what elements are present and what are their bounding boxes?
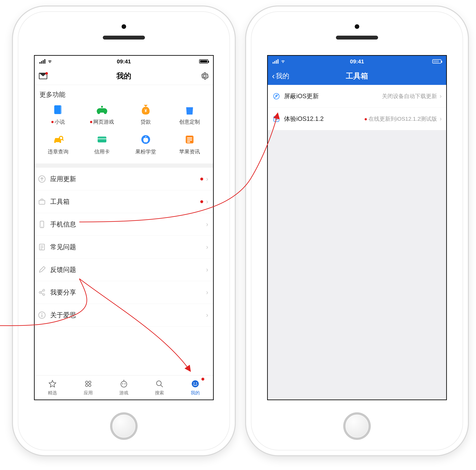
list-item-label: 反馈问题 [50, 265, 206, 274]
search-icon [155, 379, 164, 389]
tool-row[interactable]: 屏蔽iOS更新 关闭设备自动下载更新 › [268, 85, 446, 108]
status-time: 09:41 [117, 58, 131, 65]
svg-point-37 [123, 380, 124, 380]
tab-label: 游戏 [119, 390, 128, 396]
svg-point-21 [39, 291, 41, 293]
red-dot-icon [200, 200, 203, 203]
chevron-right-icon: › [440, 93, 442, 100]
page-title: 工具箱 [346, 71, 368, 81]
chevron-right-icon: › [206, 198, 208, 205]
svg-rect-1 [61, 105, 62, 114]
back-button[interactable]: ‹ 我的 [272, 72, 289, 81]
red-dot-icon [365, 118, 367, 120]
phone-mockup-right: 09:41 ‹ 我的 工具箱 屏蔽iOS更新 关闭设备自动下载更新 › 12 体… [246, 6, 468, 455]
section-divider [35, 163, 213, 168]
red-dot-icon [51, 121, 54, 123]
tab-smile[interactable]: 我的 [177, 375, 213, 399]
tab-robot[interactable]: 游戏 [106, 375, 142, 399]
credit-card-icon [96, 134, 108, 145]
tool-row-desc: 在线更新到iOS12.1.2测试版 [365, 115, 437, 123]
battery-icon [199, 59, 208, 64]
tool-row-label: 体验iOS12.1.2 [284, 115, 324, 123]
star-icon [48, 379, 57, 389]
ios12-badge-icon: 12 [272, 115, 280, 123]
tab-bar: 精选 应用 游戏 搜索 我的 [35, 375, 213, 399]
red-dot-icon [200, 178, 203, 181]
chevron-right-icon: › [206, 289, 208, 296]
feature-car-search[interactable]: 违章查询 [36, 134, 80, 155]
feature-label: 网页游戏 [93, 118, 114, 126]
svg-point-35 [124, 383, 125, 384]
home-button[interactable] [110, 412, 138, 440]
wifi-icon [47, 59, 52, 63]
list-item-share[interactable]: 我要分享 › [35, 281, 213, 304]
svg-point-16 [42, 226, 42, 227]
red-dot-icon [45, 72, 48, 75]
tool-row[interactable]: 12 体验iOS12.1.2 在线更新到iOS12.1.2测试版 › [268, 108, 446, 130]
list-item-list-doc[interactable]: 常见问题 › [35, 236, 213, 258]
empty-area [268, 130, 446, 399]
svg-text:12: 12 [275, 117, 278, 121]
svg-rect-7 [98, 138, 106, 140]
svg-point-33 [121, 381, 127, 387]
phone-mockup-left: 09:41 我的 更多功能 小说 网页游戏 ¥ 贷款 创意定制 违章 [13, 6, 235, 455]
list-item-label: 常见问题 [50, 243, 206, 252]
share-icon [37, 288, 46, 297]
feature-gamepad[interactable]: 网页游戏 [80, 104, 124, 126]
svg-rect-0 [54, 105, 62, 114]
svg-point-23 [43, 294, 45, 295]
status-bar: 09:41 [35, 56, 213, 67]
phone-speaker [103, 36, 145, 39]
feature-book[interactable]: 小说 [36, 104, 80, 126]
svg-point-27 [41, 313, 42, 314]
wifi-icon [280, 59, 286, 63]
feature-label: 创意定制 [179, 118, 200, 126]
chevron-right-icon: › [206, 243, 208, 251]
feature-apple-school[interactable]: 果粉学堂 [124, 134, 168, 155]
tab-label: 应用 [84, 390, 93, 396]
list-item-info-circle[interactable]: 关于爱思 › [35, 304, 213, 326]
inbox-button[interactable] [39, 73, 47, 79]
tab-star[interactable]: 精选 [35, 375, 70, 399]
red-dot-icon [201, 378, 204, 380]
svg-point-40 [192, 380, 199, 387]
list-item-pencil[interactable]: 反馈问题 › [35, 258, 213, 281]
back-label: 我的 [276, 72, 289, 81]
phone-sensor-dot [122, 24, 126, 29]
gamepad-icon [96, 104, 108, 115]
list-item-up-circle[interactable]: 应用更新 › [35, 168, 213, 190]
screen-right: 09:41 ‹ 我的 工具箱 屏蔽iOS更新 关闭设备自动下载更新 › 12 体… [267, 55, 447, 400]
list-item-label: 关于爱思 [50, 310, 206, 320]
svg-rect-10 [187, 138, 192, 139]
feature-label: 信用卡 [94, 148, 110, 155]
feature-news[interactable]: 苹果资讯 [168, 134, 212, 155]
svg-line-25 [41, 293, 43, 294]
feature-label: 果粉学堂 [135, 148, 156, 155]
tool-row-label: 屏蔽iOS更新 [284, 92, 319, 100]
list-item-briefcase[interactable]: 工具箱 › [35, 190, 213, 213]
news-icon [184, 134, 195, 145]
status-time: 09:41 [350, 58, 364, 65]
feature-credit-card[interactable]: 信用卡 [80, 134, 124, 155]
svg-line-5 [62, 139, 64, 141]
chevron-right-icon: › [206, 221, 208, 228]
tab-apps[interactable]: 应用 [70, 375, 106, 399]
info-circle-icon [37, 311, 46, 320]
settings-button[interactable] [201, 72, 209, 80]
feature-money-bag[interactable]: ¥ 贷款 [124, 104, 168, 126]
feature-shopping-bag[interactable]: 创意定制 [168, 104, 212, 126]
briefcase-icon [37, 197, 46, 206]
home-button[interactable] [343, 412, 371, 440]
chevron-right-icon: › [440, 115, 442, 122]
list-item-label: 工具箱 [50, 197, 200, 206]
svg-point-41 [193, 382, 194, 383]
tab-search[interactable]: 搜索 [142, 375, 177, 399]
list-item-phone-info[interactable]: 手机信息 › [35, 213, 213, 236]
svg-rect-14 [39, 200, 45, 204]
up-circle-icon [37, 175, 46, 183]
svg-point-29 [85, 381, 88, 383]
chevron-left-icon: ‹ [272, 72, 275, 80]
apple-school-icon [140, 134, 152, 145]
phone-speaker [336, 36, 378, 39]
phone-info-icon [37, 220, 46, 229]
